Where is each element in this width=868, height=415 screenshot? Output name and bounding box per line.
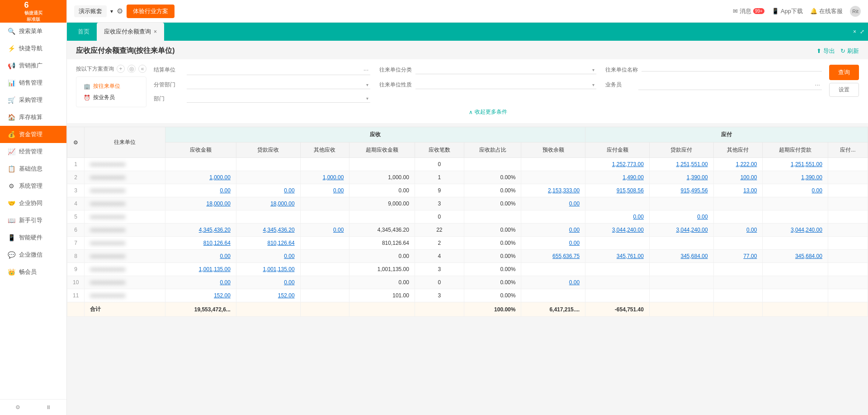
filter-query-type: 按以下方案查询 + ◎ « 🏢 按往来单位 ⏰ [76, 65, 146, 107]
sidebar-item-系统管理[interactable]: ⚙系统管理 [0, 177, 66, 195]
cell-ys-ratio-3: 0.00% [464, 197, 521, 210]
laiwan-cat-chevron: ▾ [592, 67, 594, 72]
cell-yf-amount-9 [585, 276, 650, 289]
user-profile-btn[interactable]: Rit [850, 6, 861, 17]
sidebar-item-新手引导[interactable]: 📖新手引导 [0, 212, 66, 229]
sidebar: 6 畅捷通买 标准版 🔍搜索菜单⚡快捷导航📢营销推广📊销售管理🛒采购管理🏠库存核… [0, 0, 67, 415]
topbar-gear-icon[interactable]: ⚙ [117, 7, 123, 15]
salesperson-dots[interactable]: ··· [815, 81, 820, 88]
sidebar-item-企业协同[interactable]: 🤝企业协同 [0, 195, 66, 212]
cell-yf-14-4 [828, 210, 868, 224]
refresh-btn[interactable]: ↻ 刷新 [840, 47, 859, 55]
footer-ys-overdue [349, 302, 415, 317]
filter-add-icon[interactable]: + [117, 65, 125, 73]
filter-edit-icon[interactable]: ◎ [127, 65, 136, 73]
collapse-btn[interactable]: ∧ 收起更多条件 [467, 106, 509, 118]
online-service-btn[interactable]: 🔔 在线客服 [810, 7, 843, 15]
sidebar-item-营销推广[interactable]: 📢营销推广 [0, 57, 66, 74]
filter-collapse-icon[interactable]: « [138, 65, 146, 73]
filter-label: 按以下方案查询 [76, 65, 114, 73]
sidebar-bottom: ⚙ ⏸ [0, 399, 66, 415]
sidebar-item-基础信息[interactable]: 📋基础信息 [0, 160, 66, 177]
cell-yf-overdue-6 [763, 237, 828, 250]
table-row: 11 xxxxxxxxxxxxx 152.00 152.00 101.00 3 … [67, 289, 868, 302]
col-yf-overdue: 超期应付货款 [763, 143, 828, 158]
sidebar-item-搜索菜单[interactable]: 🔍搜索菜单 [0, 23, 66, 40]
col-yingshou-group: 应收 [165, 127, 585, 143]
cell-partner-10: xxxxxxxxxxxxx [85, 289, 165, 302]
app-download-btn[interactable]: 📱 App下载 [772, 7, 803, 15]
fenguan-select[interactable]: ▾ [187, 81, 370, 89]
cell-ys-ratio-4 [464, 210, 521, 224]
collapse-icon: ∧ [469, 109, 473, 115]
tab-fullscreen-icon[interactable]: ⤢ [860, 29, 864, 35]
sidebar-item-智能硬件[interactable]: 📱智能硬件 [0, 229, 66, 246]
filter-nav-by-unit[interactable]: 🏢 按往来单位 [80, 81, 142, 92]
tab-window-close-icon[interactable]: × [853, 29, 856, 35]
jiesuan-unit-input[interactable]: ··· [187, 65, 370, 75]
topbar-chevron-icon[interactable]: ▾ [110, 8, 113, 14]
cell-yf-other-3 [713, 197, 763, 210]
cell-ys-other-7 [300, 250, 349, 263]
cell-ys-ratio-9: 0.00% [464, 276, 521, 289]
messages-btn[interactable]: ✉ 消息 99+ [733, 7, 764, 15]
cell-rownum-1: 2 [67, 171, 85, 184]
query-btn[interactable]: 查询 [829, 65, 859, 80]
sidebar-icon-12: 📱 [7, 234, 15, 241]
sidebar-item-采购管理[interactable]: 🛒采购管理 [0, 91, 66, 109]
table-row: 7 xxxxxxxxxxxxx 810,126.64 810,126.64 81… [67, 237, 868, 250]
cell-yf-overdue-10 [763, 289, 828, 302]
laiwan-nature-select[interactable]: ▾ [415, 81, 596, 89]
tab-home[interactable]: 首页 [71, 23, 97, 41]
cell-ys-other-9 [300, 276, 349, 289]
cell-ys-count-9: 0 [415, 276, 464, 289]
tab-close-icon[interactable]: × [154, 29, 157, 35]
cell-ys-other-0 [300, 158, 349, 171]
col-settings-header[interactable]: ⚙ [67, 127, 85, 158]
export-btn[interactable]: ⬆ 导出 [816, 47, 835, 55]
sidebar-icon-8: 📋 [7, 165, 15, 172]
col-yingfu-group: 应付 [585, 127, 868, 143]
main-content: 演示账套 ▾ ⚙ 体验行业方案 ✉ 消息 99+ 📱 App下载 🔔 在线客服 [67, 0, 868, 415]
tab-receivable-query[interactable]: 应收应付余额查询 × [97, 23, 164, 41]
cell-ys-count-0: 0 [415, 158, 464, 171]
page-content: 应收应付余额查询(按往来单位) ⬆ 导出 ↻ 刷新 [67, 41, 868, 415]
sidebar-item-畅会员[interactable]: 👑畅会员 [0, 263, 66, 281]
footer-yf-14 [828, 302, 868, 317]
cell-yf-overdue-7: 345,684.00 [763, 250, 828, 263]
cell-ys-overdue-6: 810,126.64 [349, 237, 415, 250]
cell-ys-count-4: 0 [415, 210, 464, 224]
company-selector[interactable]: 演示账套 [74, 5, 107, 17]
sidebar-icon-11: 📖 [7, 217, 15, 224]
jiesuan-dots[interactable]: ··· [363, 66, 369, 73]
cell-yf-other-10 [713, 289, 763, 302]
filter-nav-by-salesperson[interactable]: ⏰ 按业务员 [80, 92, 142, 103]
sidebar-item-快捷导航[interactable]: ⚡快捷导航 [0, 40, 66, 57]
cell-ys-amount-10: 152.00 [165, 289, 236, 302]
cell-ys-other-4 [300, 210, 349, 224]
laiwan-cat-select[interactable]: ▾ [415, 66, 596, 74]
sidebar-pause-btn[interactable]: ⏸ [35, 404, 62, 410]
cell-ys-loan-5: 4,345,436.20 [236, 224, 300, 237]
sidebar-label-2: 营销推广 [19, 62, 42, 70]
table-settings-icon[interactable]: ⚙ [73, 139, 78, 146]
laiwan-name-input[interactable] [642, 68, 822, 72]
dept-select[interactable]: ▾ [187, 95, 370, 103]
cell-ys-count-10: 3 [415, 289, 464, 302]
cell-yf-amount-4: 0.00 [585, 210, 650, 224]
cell-ys-prepay-9: 0.00 [521, 276, 585, 289]
sidebar-item-库存核算[interactable]: 🏠库存核算 [0, 109, 66, 126]
sidebar-settings-btn[interactable]: ⚙ [5, 404, 32, 410]
setting-btn[interactable]: 设置 [829, 83, 859, 97]
cell-ys-other-3 [300, 197, 349, 210]
sidebar-item-资金管理[interactable]: 💰资金管理 [0, 126, 66, 143]
filter-nav-icon: 🏢 [84, 83, 90, 90]
table-row: 4 xxxxxxxxxxxxx 18,000.00 18,000.00 9,00… [67, 197, 868, 210]
cell-yf-overdue-0: 1,251,551.00 [763, 158, 828, 171]
salesperson-input[interactable]: ··· [638, 80, 822, 90]
sidebar-item-企业微信[interactable]: 💬企业微信 [0, 246, 66, 263]
sidebar-item-销售管理[interactable]: 📊销售管理 [0, 74, 66, 91]
industry-solution-btn[interactable]: 体验行业方案 [127, 5, 175, 18]
filter-col-laiwan-name: 往来单位名称 [605, 65, 822, 75]
sidebar-item-经营管理[interactable]: 📈经营管理 [0, 143, 66, 160]
